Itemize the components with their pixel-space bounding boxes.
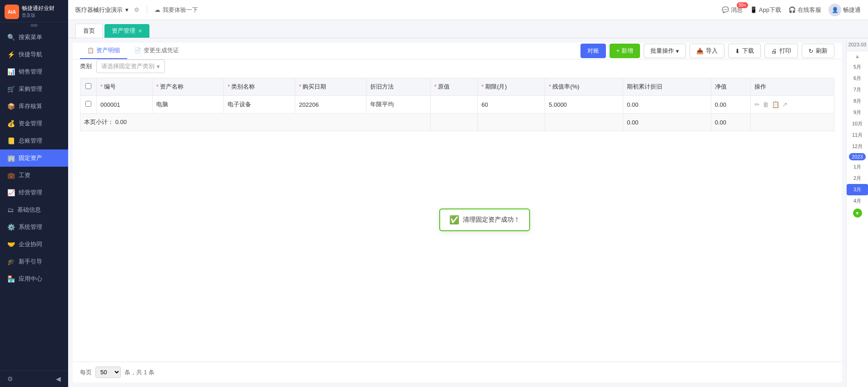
month-12[interactable]: 12月 [847, 141, 868, 152]
company-dropdown-icon: ▾ [125, 6, 129, 13]
sidebar-item-system[interactable]: ⚙️ 系统管理 [0, 218, 68, 236]
filter-category-placeholder: 请选择固定资产类别 [101, 62, 154, 70]
month-9[interactable]: 9月 [847, 107, 868, 118]
month-11[interactable]: 11月 [847, 129, 868, 141]
sidebar-item-inventory[interactable]: 📦 库存核算 [0, 98, 68, 115]
sidebar-item-label: 工资 [19, 171, 30, 179]
sidebar-item-label: 系统管理 [19, 223, 42, 231]
panel-down-arrow[interactable]: ▼ [853, 208, 862, 218]
more-icon[interactable]: ↗ [782, 101, 788, 108]
month-4[interactable]: 4月 [847, 195, 868, 207]
month-7[interactable]: 7月 [847, 84, 868, 95]
company-selector[interactable]: 医疗器械行业演示 ▾ [75, 6, 129, 14]
sidebar-item-ledger[interactable]: 📒 总账管理 [0, 132, 68, 149]
basic-info-icon: 🗂 [7, 206, 14, 213]
month-1[interactable]: 1月 [847, 161, 868, 173]
copy-icon[interactable]: 📋 [772, 101, 779, 108]
row-checkbox[interactable] [85, 101, 91, 107]
main-area: 医疗器械行业演示 ▾ ⚙ ☁ 我要体验一下 💬 消息 99+ 📱 App下载 🎧… [68, 0, 868, 387]
print-icon: 🖨 [771, 48, 777, 55]
subtab-asset-detail[interactable]: 📋 资产明细 [80, 43, 127, 59]
subtotal-original: 0.00 [115, 119, 127, 125]
tab-assets[interactable]: 资产管理 ✕ [104, 24, 149, 38]
panel-header: 2023.03 [847, 38, 868, 51]
cell-residual-rate: 5.0000 [545, 96, 623, 114]
th-original-value: *原值 [430, 78, 477, 96]
subtotal-net: 0.00 [711, 114, 751, 131]
sidebar-item-label: 搜索菜单 [19, 33, 42, 41]
cell-category: 电子设备 [224, 96, 295, 114]
message-badge: 99+ [737, 2, 748, 8]
search-icon: 🔍 [7, 34, 15, 41]
month-10[interactable]: 10月 [847, 118, 868, 129]
toolbar-buttons: 对账 + 新增 批量操作 ▾ 📥 导入 ⬇ 下载 [580, 44, 834, 58]
sidebar-item-search[interactable]: 🔍 搜索菜单 [0, 29, 68, 46]
month-8[interactable]: 8月 [847, 95, 868, 107]
sales-icon: 📊 [7, 68, 15, 75]
sidebar-item-enterprise[interactable]: 🤝 企业协同 [0, 236, 68, 253]
sidebar-item-basic-info[interactable]: 🗂 基础信息 [0, 201, 68, 218]
message-icon: 💬 [722, 6, 729, 13]
delete-icon[interactable]: 🗑 [763, 101, 769, 108]
message-btn[interactable]: 💬 消息 99+ [722, 6, 743, 14]
per-page-select[interactable]: 50 100 [95, 367, 121, 378]
sidebar-item-label: 基础信息 [17, 206, 41, 214]
enterprise-icon: 🤝 [7, 241, 15, 248]
collapse-icon[interactable]: ◀ [56, 375, 61, 382]
sidebar-item-shortcut[interactable]: ⚡ 快捷导航 [0, 46, 68, 63]
panel-up-arrow[interactable]: ▲ [847, 51, 868, 61]
system-icon: ⚙️ [7, 223, 15, 231]
experience-btn[interactable]: ☁ 我要体验一下 [154, 6, 198, 14]
gear-icon[interactable]: ⚙ [134, 6, 139, 13]
cell-code: 000001 [97, 96, 153, 114]
th-category: *类别名称 [224, 78, 295, 96]
refresh-button[interactable]: ↻ 刷新 [802, 44, 834, 58]
cell-original-value [430, 96, 477, 114]
download-button[interactable]: ⬇ 下载 [728, 44, 761, 58]
funds-icon: 💰 [7, 120, 15, 127]
subtab-bar: 📋 资产明细 📄 变更生成凭证 [80, 43, 186, 59]
sidebar-item-label: 采购管理 [19, 85, 42, 93]
select-all-checkbox[interactable] [85, 83, 91, 89]
tab-home[interactable]: 首页 [75, 24, 103, 38]
th-net-value: 净值 [711, 78, 751, 96]
online-service-btn[interactable]: 🎧 在线客服 [789, 6, 821, 14]
topbar-right: 💬 消息 99+ 📱 App下载 🎧 在线客服 👤 畅捷通 [722, 4, 861, 16]
month-6[interactable]: 6月 [847, 73, 868, 84]
month-2[interactable]: 2月 [847, 173, 868, 184]
success-toast: ✅ 清理固定资产成功！ [439, 208, 530, 231]
tab-close-icon[interactable]: ✕ [138, 28, 142, 34]
sidebar-item-funds[interactable]: 💰 资金管理 [0, 115, 68, 132]
sidebar-item-sales[interactable]: 📊 销售管理 [0, 63, 68, 80]
month-3-current[interactable]: 3月 [847, 184, 868, 195]
topbar: 医疗器械行业演示 ▾ ⚙ ☁ 我要体验一下 💬 消息 99+ 📱 App下载 🎧… [68, 0, 868, 20]
sidebar-item-guide[interactable]: 🎓 新手引导 [0, 253, 68, 270]
import-button[interactable]: 📥 导入 [689, 44, 724, 58]
inventory-icon: 📦 [7, 103, 15, 110]
reconcile-button[interactable]: 对账 [580, 44, 606, 58]
company-name: 医疗器械行业演示 [75, 6, 123, 14]
app-logo-icon: AtA [5, 5, 19, 19]
user-avatar[interactable]: 👤 畅捷通 [828, 4, 861, 16]
settings-icon[interactable]: ⚙ [7, 375, 13, 382]
sidebar-item-purchase[interactable]: 🛒 采购管理 [0, 80, 68, 98]
subtab-voucher[interactable]: 📄 变更生成凭证 [127, 43, 186, 59]
app-download-btn[interactable]: 📱 App下载 [750, 6, 781, 14]
sidebar-item-label: 总账管理 [19, 137, 42, 145]
batch-ops-button[interactable]: 批量操作 ▾ [644, 44, 686, 58]
sidebar-item-salary[interactable]: 💼 工资 [0, 167, 68, 184]
th-residual-rate: *残值率(%) [545, 78, 623, 96]
edit-icon[interactable]: ✏ [754, 101, 760, 108]
sidebar-item-operations[interactable]: 📈 经营管理 [0, 184, 68, 201]
phone-icon: 📱 [750, 6, 757, 13]
cell-accumulated: 0.00 [623, 96, 711, 114]
month-5[interactable]: 5月 [847, 61, 868, 73]
sidebar-item-appstore[interactable]: 🏪 应用中心 [0, 270, 68, 288]
sidebar-item-assets[interactable]: 🏢 固定资产 [0, 149, 68, 167]
year-badge[interactable]: 2023 [849, 153, 865, 160]
th-period: *期限(月) [478, 78, 545, 96]
purchase-icon: 🛒 [7, 85, 15, 93]
filter-category-select[interactable]: 请选择固定资产类别 ▾ [96, 60, 165, 73]
new-button[interactable]: + 新增 [610, 44, 640, 58]
print-button[interactable]: 🖨 打印 [764, 44, 798, 58]
